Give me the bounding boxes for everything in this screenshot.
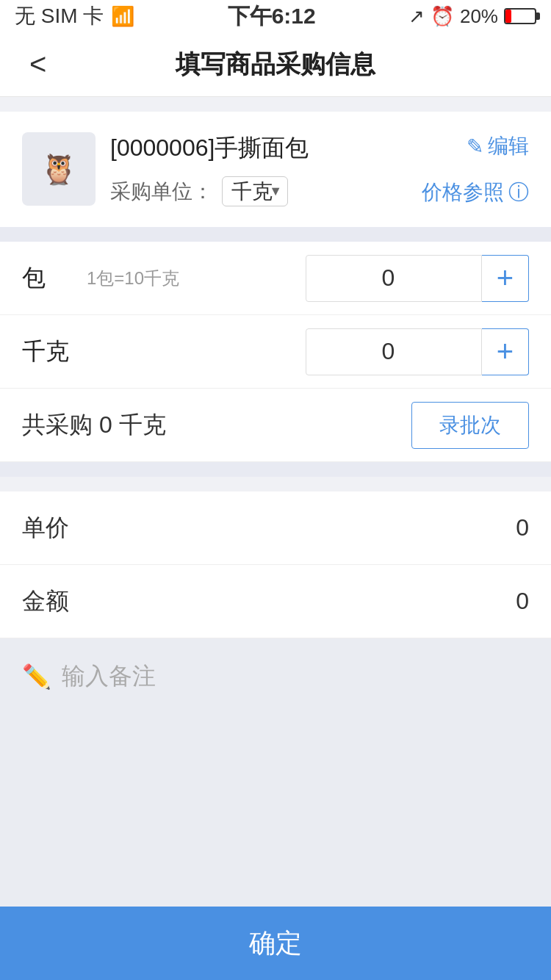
- product-card: 🦉 [0000006]手撕面包 采购单位： 千克 ✎ 编辑 价格参照 ⓘ: [0, 112, 551, 227]
- notes-placeholder: 输入备注: [62, 660, 156, 693]
- bag-label: 包: [22, 262, 81, 295]
- edit-label: 编辑: [488, 132, 529, 160]
- alarm-icon: ⏰: [431, 5, 454, 28]
- bag-input-row: 包 1包=10千克 +: [0, 242, 551, 315]
- batch-button[interactable]: 录批次: [411, 402, 529, 449]
- bag-input[interactable]: [306, 255, 482, 302]
- kg-input[interactable]: [306, 328, 482, 375]
- divider-1: [0, 227, 551, 242]
- unit-price-value: 0: [516, 514, 529, 541]
- input-section: 包 1包=10千克 + 千克 + 共采购 0 千克 录批次: [0, 242, 551, 462]
- product-thumbnail: 🦉: [22, 132, 96, 206]
- bag-input-right: +: [306, 255, 529, 302]
- price-ref-button[interactable]: 价格参照 ⓘ: [422, 179, 529, 206]
- amount-label: 金额: [22, 586, 69, 618]
- amount-value: 0: [516, 588, 529, 615]
- unit-select-wrap[interactable]: 千克: [222, 176, 288, 206]
- product-logo: 🦉: [40, 152, 77, 187]
- nav-bar: < 填写商品采购信息: [0, 32, 551, 97]
- edit-icon: ✎: [467, 134, 483, 159]
- kg-plus-button[interactable]: +: [482, 328, 529, 375]
- price-section: 单价 0 金额 0: [0, 491, 551, 638]
- sim-label: 无 SIM 卡: [15, 2, 104, 30]
- kg-label: 千克: [22, 336, 81, 368]
- notes-section[interactable]: ✏️ 输入备注: [0, 638, 551, 715]
- unit-price-row: 单价 0: [0, 491, 551, 565]
- confirm-button[interactable]: 确定: [0, 907, 551, 980]
- bag-sub: 1包=10千克: [87, 267, 179, 290]
- status-left: 无 SIM 卡 📶: [15, 2, 134, 30]
- status-time: 下午6:12: [228, 1, 316, 32]
- kg-input-right: +: [306, 328, 529, 375]
- price-ref-label: 价格参照: [422, 179, 504, 206]
- bag-plus-button[interactable]: +: [482, 255, 529, 302]
- location-icon: ↗: [408, 5, 425, 28]
- back-button[interactable]: <: [22, 40, 54, 88]
- pencil-icon: ✏️: [22, 663, 51, 691]
- battery-icon: [504, 8, 536, 24]
- battery-fill: [505, 10, 511, 23]
- summary-row: 共采购 0 千克 录批次: [0, 389, 551, 462]
- page-title: 填写商品采购信息: [176, 48, 375, 82]
- unit-label: 采购单位：: [110, 178, 213, 206]
- status-right: ↗ ⏰ 20%: [408, 5, 536, 28]
- edit-button[interactable]: ✎ 编辑: [467, 132, 529, 160]
- divider-2: [0, 462, 551, 477]
- status-bar: 无 SIM 卡 📶 下午6:12 ↗ ⏰ 20%: [0, 0, 551, 32]
- amount-row: 金额 0: [0, 565, 551, 638]
- unit-price-label: 单价: [22, 512, 69, 544]
- battery-percent: 20%: [460, 5, 498, 28]
- unit-select[interactable]: 千克: [222, 176, 288, 206]
- kg-input-row: 千克 +: [0, 315, 551, 389]
- wifi-icon: 📶: [111, 5, 134, 28]
- summary-text: 共采购 0 千克: [22, 409, 166, 442]
- price-ref-help-icon: ⓘ: [508, 179, 529, 206]
